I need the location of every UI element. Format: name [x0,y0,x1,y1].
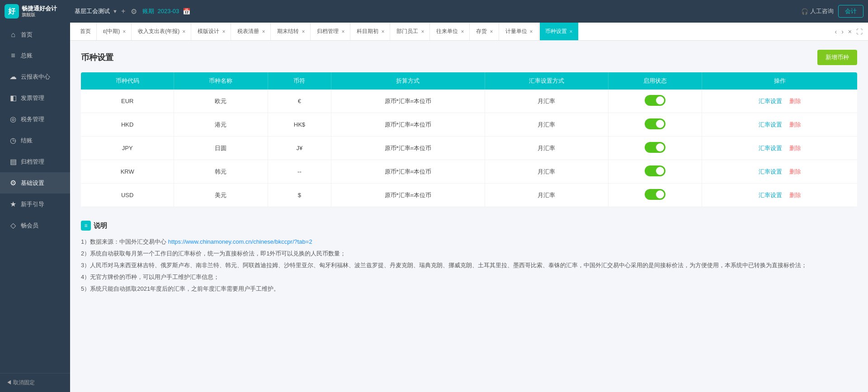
delete-button[interactable]: 删除 [789,168,801,175]
sidebar-item-member[interactable]: ◇ 畅会员 [0,215,70,236]
cell-actions: 汇率设置 删除 [702,90,857,113]
tab-tax[interactable]: 税表清册 × [232,23,271,41]
tab-unit-close[interactable]: × [530,28,533,35]
rate-setting-button[interactable]: 汇率设置 [759,145,782,151]
notes-list: 1）数据来源：中国外汇交易中心 https://www.chinamoney.c… [81,236,857,295]
new-currency-button[interactable]: 新增币种 [817,50,857,65]
delete-button[interactable]: 删除 [789,192,801,198]
delete-button[interactable]: 删除 [789,145,801,151]
project-name: 基层工会测试 [75,7,110,15]
notes-icon: ≡ [81,221,91,231]
tab-period-end[interactable]: 期末结转 × [272,23,311,41]
support-label: 人工咨询 [810,7,834,15]
sidebar-label-tax: 税务管理 [21,115,44,123]
delete-button[interactable]: 删除 [789,121,801,128]
page-content: 币种设置 新增币种 币种代码 币种名称 币符 折算方式 汇率设置方式 启 [70,41,868,392]
sidebar-label-guide: 新手引导 [21,200,44,208]
col-name: 币种名称 [174,72,268,90]
toggle-enabled[interactable] [645,165,665,176]
tab-partner-close[interactable]: × [461,28,464,35]
toggle-enabled[interactable] [645,189,665,200]
sidebar-item-settings[interactable]: ⚙ 基础设置 [0,172,70,194]
tab-prev-button[interactable]: ‹ [833,27,839,36]
table-row: HKD 港元 HK$ 原币*汇率=本位币 月汇率 汇率设置 删除 [81,113,857,137]
tab-subject-close[interactable]: × [381,28,384,35]
sidebar-label-invoice: 发票管理 [21,94,44,102]
tab-next-button[interactable]: › [840,27,845,36]
table-row: KRW 韩元 -- 原币*汇率=本位币 月汇率 汇率设置 删除 [81,160,857,184]
cell-symbol: -- [268,160,331,184]
sidebar-collapse-button[interactable]: ◀ 取消固定 [0,373,70,392]
tab-archive[interactable]: 归档管理 × [311,23,350,41]
tab-period[interactable]: ε(中期) × [98,23,132,41]
toggle-enabled[interactable] [645,142,665,153]
tab-close-all-button[interactable]: × [846,27,854,36]
add-tab-button[interactable]: + [121,7,125,15]
sidebar-item-ledger[interactable]: ≡ 总账 [0,45,70,66]
notes-link[interactable]: https://www.chinamoney.com.cn/chinese/bk… [168,238,312,245]
tab-subject[interactable]: 科目期初 × [351,23,390,41]
tab-period-end-close[interactable]: × [302,28,305,35]
tab-dept[interactable]: 部门员工 × [391,23,430,41]
checkout-icon: ◷ [9,136,17,145]
tab-controls: ‹ › × ⛶ [829,27,868,36]
cell-calc: 原币*汇率=本位币 [331,184,485,207]
toggle-enabled[interactable] [645,118,665,129]
delete-button[interactable]: 删除 [789,98,801,104]
calendar-icon[interactable]: 📅 [183,8,190,15]
rate-setting-button[interactable]: 汇率设置 [759,192,782,198]
tab-inventory-close[interactable]: × [490,28,493,35]
notes-header: ≡ 说明 [81,221,857,231]
tab-dept-close[interactable]: × [421,28,424,35]
tab-income[interactable]: 收入支出表(年报) × [132,23,191,41]
support-button[interactable]: 🎧 人工咨询 [801,7,834,15]
sidebar-item-reports[interactable]: ☁ 云报表中心 [0,66,70,87]
tab-inventory[interactable]: 存货 × [471,23,499,41]
notes-item: 1）数据来源：中国外汇交易中心 https://www.chinamoney.c… [81,236,857,248]
sidebar-item-tax[interactable]: ◎ 税务管理 [0,109,70,130]
cell-status [609,184,702,207]
notes-item: 4）无官方牌价的币种，可以用户手工维护汇率信息； [81,271,857,283]
tab-unit[interactable]: 计量单位 × [500,23,539,41]
sidebar-label-archive: 归档管理 [21,158,44,166]
rate-setting-button[interactable]: 汇率设置 [759,168,782,175]
sidebar-item-invoice[interactable]: ◧ 发票管理 [0,87,70,109]
logo: 好 畅捷通好会计 旗舰版 [5,4,75,19]
period-label: 账期 [142,8,154,14]
tab-currency[interactable]: 币种设置 × [540,23,579,41]
toggle-enabled[interactable] [645,95,665,106]
tab-tax-close[interactable]: × [262,28,265,35]
cell-code: JPY [81,137,174,160]
cell-calc: 原币*汇率=本位币 [331,113,485,137]
tab-partner[interactable]: 往来单位 × [431,23,470,41]
tab-inventory-label: 存货 [476,28,487,35]
col-actions: 操作 [702,72,857,90]
tab-template-close[interactable]: × [222,28,225,35]
sidebar-item-archive[interactable]: ▤ 归档管理 [0,151,70,172]
tab-currency-close[interactable]: × [570,28,573,35]
cell-rate-type: 月汇率 [485,113,609,137]
fullscreen-button[interactable]: ⛶ [854,27,864,36]
rate-setting-button[interactable]: 汇率设置 [759,98,782,104]
tab-income-close[interactable]: × [182,28,185,35]
tab-period-close[interactable]: × [123,28,126,35]
cell-code: KRW [81,160,174,184]
currency-table: 币种代码 币种名称 币符 折算方式 汇率设置方式 启用状态 操作 EUR 欧 [81,72,857,207]
member-icon: ◇ [9,221,17,230]
tab-archive-close[interactable]: × [341,28,344,35]
sidebar-item-guide[interactable]: ★ 新手引导 [0,194,70,215]
home-icon: ⌂ [9,31,17,39]
login-button[interactable]: 会计 [838,5,863,18]
notes-item: 2）系统自动获取每月第一个工作日的汇率标价，统一为直接标价法，即1外币可以兑换的… [81,248,857,260]
tab-period-end-label: 期末结转 [277,28,299,35]
project-selector[interactable]: 基层工会测试 ▼ [75,7,118,15]
sidebar-item-checkout[interactable]: ◷ 结账 [0,130,70,151]
rate-setting-button[interactable]: 汇率设置 [759,121,782,128]
cell-symbol: $ [268,184,331,207]
sidebar-item-home[interactable]: ⌂ 首页 [0,24,70,45]
toggle-circle [656,96,664,104]
tab-template[interactable]: 模版设计 × [192,23,231,41]
toggle-circle [656,167,664,175]
settings-icon[interactable]: ⚙ [131,7,137,16]
tab-home[interactable]: 首页 [75,23,97,41]
